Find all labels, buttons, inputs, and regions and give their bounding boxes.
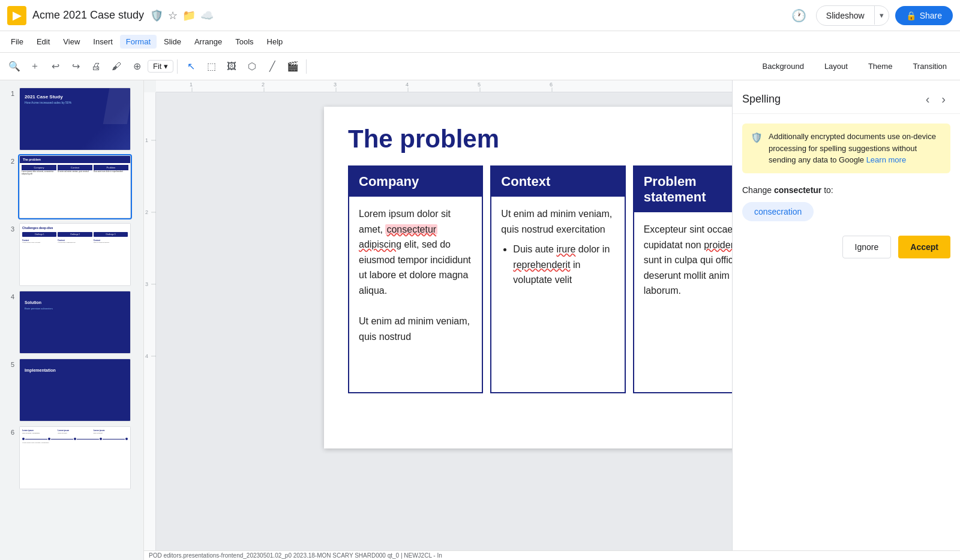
search-button[interactable]: 🔍	[5, 57, 24, 76]
line-tool-button[interactable]: ╱	[263, 57, 282, 76]
menu-slide[interactable]: Slide	[158, 35, 187, 49]
undo-button[interactable]: ↩	[46, 57, 65, 76]
toolbar-divider-1	[177, 59, 178, 74]
misspelled-word-2: irure	[556, 244, 575, 254]
info-text: POD editors.presentations-frontend_20230…	[149, 552, 442, 559]
ruler-corner	[144, 80, 156, 92]
menu-insert[interactable]: Insert	[87, 35, 119, 49]
spelling-panel: Spelling ‹ › 🛡️ Additionally encrypted d…	[732, 80, 960, 560]
slideshow-dropdown-button[interactable]: ▾	[874, 6, 889, 25]
slideshow-main-button[interactable]: Slideshow	[817, 6, 874, 25]
menu-format[interactable]: Format	[120, 35, 157, 49]
slide-number-4: 4	[5, 291, 14, 300]
slide-item-5[interactable]: 5 Implementation	[0, 356, 143, 424]
spelling-prev-button[interactable]: ‹	[921, 90, 935, 109]
slide-col-company: Company Lorem ipsum dolor sit amet, cons…	[348, 165, 483, 393]
title-icons: 🛡️ ☆ 📁 ☁️	[150, 9, 214, 22]
spelling-body: 🛡️ Additionally encrypted documents use …	[733, 114, 960, 560]
top-right-actions: 🕐 Slideshow ▾ 🔒 Share	[788, 5, 953, 26]
canvas-content: 1 2 3 4 The problem Company Lorem ips	[144, 92, 960, 560]
transition-button[interactable]: Transition	[904, 59, 955, 73]
shield-icon: 🛡️	[150, 9, 163, 22]
menu-help[interactable]: Help	[261, 35, 289, 49]
redo-button[interactable]: ↪	[66, 57, 85, 76]
svg-text:1: 1	[145, 137, 148, 143]
lock-icon: 🔒	[906, 11, 916, 20]
select-tool-button[interactable]: ↖	[181, 57, 200, 76]
canvas-area: 1 2 3 4 5 6 1	[144, 80, 960, 560]
misspelled-word-label: consectetur	[774, 185, 821, 195]
slide-thumbnail-2: The problem Company Lorem ipsum dolor si…	[19, 155, 131, 218]
video-button[interactable]: 🎬	[283, 57, 302, 76]
title-bar: ▶ Acme 2021 Case study 🛡️ ☆ 📁 ☁️ 🕐 Slide…	[0, 0, 960, 31]
main-area: 1 2021 Case Study How Acme increased sal…	[0, 80, 960, 560]
col-header-context: Context	[491, 167, 624, 197]
menu-tools[interactable]: Tools	[229, 35, 259, 49]
spelling-title: Spelling	[742, 93, 921, 106]
slide-item-1[interactable]: 1 2021 Case Study How Acme increased sal…	[0, 85, 143, 153]
slide-thumbnail-3: Challenges deep-dive Challenge 1 Challen…	[19, 223, 131, 286]
print-button[interactable]: 🖨	[86, 57, 106, 76]
star-icon[interactable]: ☆	[168, 9, 178, 22]
slide-item-6[interactable]: 6 Lorem ipsum dolor sit amet, consectetu…	[0, 424, 143, 492]
slide-thumbnail-6: Lorem ipsum dolor sit amet, consectetur …	[19, 426, 131, 489]
zoom-button[interactable]: ⊕	[127, 57, 146, 76]
slideshow-button-group: Slideshow ▾	[816, 5, 889, 26]
svg-text:3: 3	[145, 281, 148, 287]
menu-view[interactable]: View	[57, 35, 86, 49]
toolbar: 🔍 ＋ ↩ ↪ 🖨 🖌 ⊕ Fit ▾ ↖ ⬚ 🖼 ⬡ ╱ 🎬 Backgrou…	[0, 53, 960, 80]
misspelled-word-1: adipiscing	[359, 239, 401, 249]
learn-more-link[interactable]: Learn more	[866, 155, 906, 164]
slide-main-title: The problem	[324, 107, 792, 165]
layout-button[interactable]: Layout	[816, 59, 856, 73]
highlighted-word: consectetur	[385, 224, 437, 234]
col-body-context: Ut enim ad minim veniam, quis nostrud ex…	[491, 197, 624, 300]
svg-text:3: 3	[334, 82, 337, 88]
background-button[interactable]: Background	[754, 59, 812, 73]
chevron-down-icon: ▾	[164, 62, 168, 71]
context-list-item: Duis aute irure dolor in reprehenderit i…	[513, 242, 614, 288]
zoom-in-button[interactable]: ＋	[25, 57, 44, 76]
ruler-side: 1 2 3 4	[144, 92, 156, 560]
slide-number-6: 6	[5, 426, 14, 436]
spelling-change-label: Change consectetur to:	[742, 185, 950, 195]
paint-format-button[interactable]: 🖌	[107, 57, 126, 76]
slide-item-3[interactable]: 3 Challenges deep-dive Challenge 1 Chall…	[0, 221, 143, 288]
col-context-list: Duis aute irure dolor in reprehenderit i…	[501, 242, 614, 288]
accept-button[interactable]: Accept	[898, 236, 950, 258]
svg-text:1: 1	[190, 82, 193, 88]
select-frame-button[interactable]: ⬚	[202, 57, 221, 76]
spelling-next-button[interactable]: ›	[937, 90, 950, 109]
svg-text:6: 6	[550, 82, 553, 88]
cloud-icon[interactable]: ☁️	[200, 9, 214, 22]
slide-number-5: 5	[5, 359, 14, 368]
menu-bar: File Edit View Insert Format Slide Arran…	[0, 31, 960, 53]
spelling-suggestion-chip[interactable]: consecration	[742, 202, 814, 221]
thumb2-header: The problem	[20, 156, 130, 163]
menu-edit[interactable]: Edit	[31, 35, 56, 49]
menu-arrange[interactable]: Arrange	[188, 35, 228, 49]
ignore-button[interactable]: Ignore	[842, 236, 892, 258]
toolbar-divider-2	[306, 59, 307, 74]
image-insert-button[interactable]: 🖼	[222, 57, 241, 76]
slide-item-2[interactable]: 2 The problem Company Lorem ipsum dolor …	[0, 153, 143, 221]
svg-text:2: 2	[262, 82, 265, 88]
shield-small-icon: 🛡️	[751, 132, 763, 143]
svg-text:4: 4	[406, 82, 409, 88]
share-button[interactable]: 🔒 Share	[895, 6, 953, 25]
history-button[interactable]: 🕐	[788, 5, 810, 26]
slide-item-4[interactable]: 4 Solution Brute premium subsectors	[0, 288, 143, 356]
folder-icon[interactable]: 📁	[182, 9, 196, 22]
slide-number-1: 1	[5, 88, 14, 97]
slide-thumbnail-4: Solution Brute premium subsectors	[19, 291, 131, 354]
toolbar-slide-actions: Background Layout Theme Transition	[754, 59, 955, 73]
theme-button[interactable]: Theme	[860, 59, 901, 73]
slide-canvas: The problem Company Lorem ipsum dolor si…	[324, 107, 792, 448]
spelling-header: Spelling ‹ ›	[733, 80, 960, 114]
slide-col-context: Context Ut enim ad minim veniam, quis no…	[490, 165, 625, 393]
menu-file[interactable]: File	[5, 35, 29, 49]
spelling-actions: Ignore Accept	[742, 236, 950, 258]
spelling-notice-text: Additionally encrypted documents use on-…	[769, 131, 942, 166]
zoom-fit-selector[interactable]: Fit ▾	[148, 60, 173, 73]
shapes-button[interactable]: ⬡	[242, 57, 262, 76]
